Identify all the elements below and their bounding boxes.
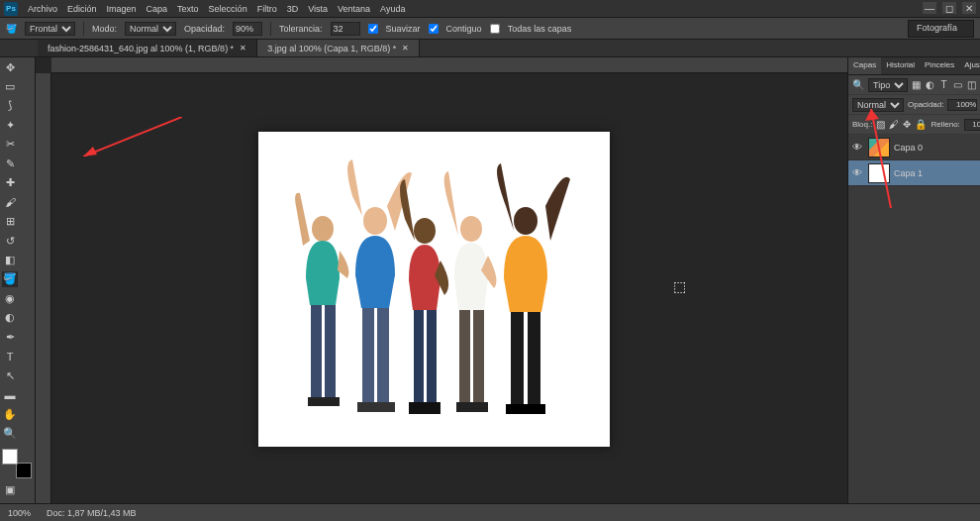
document-tabs: fashion-2586431_640.jpg al 100% (1, RGB/… bbox=[0, 40, 980, 57]
svg-rect-19 bbox=[473, 310, 484, 404]
canvas-area[interactable]: ⬚ bbox=[36, 57, 847, 503]
visibility-icon[interactable]: 👁 bbox=[852, 142, 864, 153]
filter-type-select[interactable]: Tipo bbox=[868, 78, 908, 92]
svg-rect-4 bbox=[311, 305, 322, 399]
layer-row[interactable]: 👁 Capa 1 bbox=[848, 160, 980, 186]
menu-item[interactable]: Selección bbox=[209, 4, 247, 14]
all-layers-checkbox[interactable] bbox=[490, 24, 500, 34]
panel-tab-adjust[interactable]: Ajustes bbox=[959, 57, 980, 74]
move-tool[interactable]: ✥ bbox=[2, 59, 18, 75]
canvas[interactable] bbox=[258, 132, 610, 447]
menu-item[interactable]: Capa bbox=[147, 4, 168, 14]
lock-all-icon[interactable]: 🔒 bbox=[915, 119, 927, 131]
lasso-tool[interactable]: ⟆ bbox=[2, 98, 18, 114]
quickmask-tool[interactable]: ▣ bbox=[2, 482, 18, 498]
tolerance-input[interactable] bbox=[331, 22, 360, 36]
color-swatches[interactable] bbox=[2, 449, 32, 478]
layer-opacity-input[interactable] bbox=[947, 99, 977, 111]
blend-row: Normal Opacidad: bbox=[848, 95, 980, 115]
svg-rect-25 bbox=[506, 404, 526, 414]
doc-size[interactable]: Doc: 1,87 MB/1,43 MB bbox=[47, 508, 137, 518]
filter-pixel-icon[interactable]: ▦ bbox=[912, 79, 922, 91]
document-tab[interactable]: 3.jpg al 100% (Capa 1, RGB/8) *✕ bbox=[257, 40, 420, 56]
antialias-label: Suavizar bbox=[386, 24, 421, 34]
menu-item[interactable]: Archivo bbox=[28, 4, 57, 14]
maximize-button[interactable]: ◻ bbox=[942, 2, 956, 14]
svg-rect-7 bbox=[323, 397, 340, 406]
options-bar: 🪣 Frontal Modo: Normal Opacidad: Toleran… bbox=[0, 18, 980, 40]
lock-transparency-icon[interactable]: ▨ bbox=[876, 119, 885, 131]
zoom-tool[interactable]: 🔍 bbox=[2, 426, 18, 442]
fill-type-select[interactable]: Frontal bbox=[25, 22, 75, 36]
svg-point-13 bbox=[414, 218, 436, 244]
menu-item[interactable]: Ayuda bbox=[380, 4, 405, 14]
toolbox: ✥ ▭ ⟆ ✦ ✂ ✎ ✚ 🖌 ⊞ ↺ ◧ 🪣 ◉ ◐ ✒ T ↖ ▬ ✋ 🔍 … bbox=[0, 57, 36, 503]
svg-line-0 bbox=[83, 117, 182, 156]
document-tab[interactable]: fashion-2586431_640.jpg al 100% (1, RGB/… bbox=[38, 40, 257, 56]
svg-point-8 bbox=[363, 207, 387, 235]
menu-item[interactable]: Imagen bbox=[107, 4, 137, 14]
crop-tool[interactable]: ✂ bbox=[2, 137, 18, 153]
close-tab-icon[interactable]: ✕ bbox=[402, 44, 409, 52]
layer-row[interactable]: 👁 Capa 0 bbox=[848, 135, 980, 160]
zoom-level[interactable]: 100% bbox=[8, 508, 31, 518]
shape-tool[interactable]: ▬ bbox=[2, 387, 18, 403]
filter-adjust-icon[interactable]: ◐ bbox=[926, 79, 935, 91]
close-tab-icon[interactable]: ✕ bbox=[240, 44, 246, 52]
svg-rect-16 bbox=[409, 402, 441, 414]
filter-smart-icon[interactable]: ◫ bbox=[966, 79, 976, 91]
menu-item[interactable]: Edición bbox=[67, 4, 97, 14]
healing-tool[interactable]: ✚ bbox=[2, 175, 18, 191]
eraser-tool[interactable]: ◧ bbox=[2, 253, 18, 268]
path-tool[interactable]: ↖ bbox=[2, 367, 18, 383]
ruler-vertical[interactable] bbox=[36, 73, 51, 503]
filter-shape-icon[interactable]: ▭ bbox=[952, 79, 962, 91]
panel-tab-history[interactable]: Historial bbox=[881, 57, 920, 74]
menu-item[interactable]: Texto bbox=[177, 4, 199, 14]
visibility-icon[interactable]: 👁 bbox=[852, 167, 864, 178]
background-color[interactable] bbox=[16, 463, 32, 478]
minimize-button[interactable]: — bbox=[923, 2, 936, 14]
antialias-checkbox[interactable] bbox=[368, 24, 378, 34]
menu-item[interactable]: Filtro bbox=[257, 4, 277, 14]
mode-select[interactable]: Normal bbox=[125, 22, 176, 36]
layer-thumbnail[interactable] bbox=[868, 163, 890, 183]
blur-tool[interactable]: ◉ bbox=[2, 290, 18, 306]
filter-type-icon[interactable]: T bbox=[939, 79, 949, 91]
foreground-color[interactable] bbox=[2, 449, 18, 465]
hand-tool[interactable]: ✋ bbox=[2, 406, 18, 422]
marquee-tool[interactable]: ▭ bbox=[2, 78, 18, 94]
layer-name[interactable]: Capa 0 bbox=[894, 143, 923, 153]
bucket-tool[interactable]: 🪣 bbox=[2, 271, 18, 287]
menu-item[interactable]: Vista bbox=[308, 4, 328, 14]
svg-rect-14 bbox=[414, 310, 424, 404]
layers-panel: Capas Historial Pinceles Ajustes Carácte… bbox=[847, 57, 980, 503]
contiguous-checkbox[interactable] bbox=[429, 24, 439, 34]
history-brush-tool[interactable]: ↺ bbox=[2, 233, 18, 249]
layer-fill-input[interactable] bbox=[964, 119, 980, 131]
layer-thumbnail[interactable] bbox=[868, 138, 890, 157]
svg-point-17 bbox=[460, 216, 482, 242]
layer-name[interactable]: Capa 1 bbox=[894, 168, 923, 178]
lock-position-icon[interactable]: ✥ bbox=[903, 119, 911, 131]
workspace-selector[interactable]: Fotografía bbox=[908, 20, 974, 38]
ruler-horizontal[interactable] bbox=[51, 57, 847, 73]
pen-tool[interactable]: ✒ bbox=[2, 329, 18, 345]
brush-tool[interactable]: 🖌 bbox=[2, 194, 18, 210]
panel-tab-brushes[interactable]: Pinceles bbox=[920, 57, 959, 74]
stamp-tool[interactable]: ⊞ bbox=[2, 214, 18, 230]
panel-tab-layers[interactable]: Capas bbox=[848, 57, 881, 74]
blend-mode-select[interactable]: Normal bbox=[852, 98, 904, 112]
type-tool[interactable]: T bbox=[2, 349, 18, 365]
dodge-tool[interactable]: ◐ bbox=[2, 310, 18, 326]
menu-item[interactable]: Ventana bbox=[338, 4, 370, 14]
close-button[interactable]: ✕ bbox=[962, 2, 976, 14]
menubar: Ps Archivo Edición Imagen Capa Texto Sel… bbox=[0, 0, 980, 18]
search-icon[interactable]: 🔍 bbox=[852, 79, 864, 91]
opacity-input[interactable] bbox=[233, 22, 262, 36]
eyedropper-tool[interactable]: ✎ bbox=[2, 156, 18, 171]
lock-pixels-icon[interactable]: 🖌 bbox=[889, 119, 899, 131]
magic-wand-tool[interactable]: ✦ bbox=[2, 117, 18, 133]
svg-marker-1 bbox=[83, 147, 97, 156]
menu-item[interactable]: 3D bbox=[287, 4, 299, 14]
